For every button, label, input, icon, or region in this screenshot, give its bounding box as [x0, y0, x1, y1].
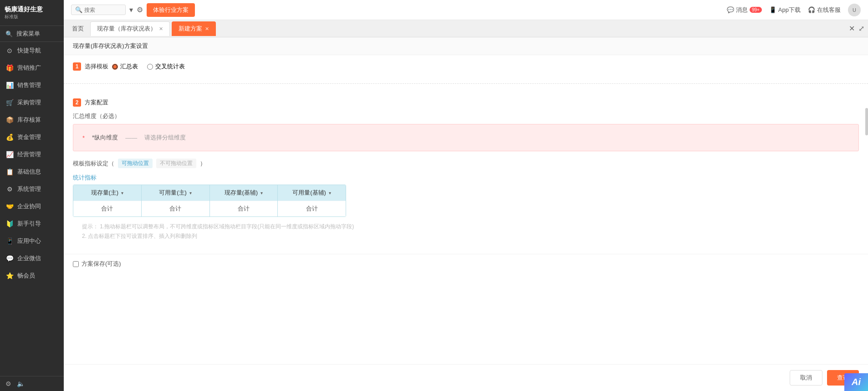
scrollbar-thumb[interactable] [865, 108, 868, 135]
tab-inventory-status[interactable]: 现存量（库存状况表） ✕ [90, 21, 170, 36]
sales-icon: 📊 [5, 82, 14, 89]
sidebar-item-label: 营销推广 [17, 64, 41, 72]
col3-chevron-icon[interactable]: ▾ [260, 190, 263, 196]
sidebar-item-enterprise[interactable]: 🤝 企业协同 [0, 198, 64, 215]
gear-icon[interactable]: ▾ [129, 5, 133, 14]
sidebar-item-label: 快捷导航 [17, 46, 41, 55]
template-options: 汇总表 交叉统计表 [112, 62, 185, 71]
message-badge: 99+ [750, 7, 762, 13]
template-summary-radio[interactable] [112, 64, 118, 70]
hint-1: 提示： 1.拖动标题栏可以调整布局，不可跨维度或指标区域拖动栏目字段(只能在同一… [82, 223, 850, 231]
dimension-section-label: 汇总维度（必选） [73, 112, 859, 120]
finance-icon: 💰 [5, 134, 14, 141]
sidebar-item-label: 库存核算 [17, 116, 41, 124]
tab-new-plan-close-icon[interactable]: ✕ [205, 26, 209, 32]
online-service-button[interactable]: 🎧 在线客服 [808, 6, 841, 14]
sidebar-item-label: 经营管理 [17, 150, 41, 159]
sidebar-item-marketing[interactable]: 🎁 营销推广 [0, 59, 64, 77]
save-option-label: 方案保存(可选) [82, 260, 121, 268]
col4-header-label: 可用量(基辅) [292, 189, 326, 197]
app-download-button[interactable]: 📱 App下载 [769, 6, 801, 14]
message-button[interactable]: 💬 消息 99+ [727, 6, 762, 14]
tab-inventory-close-icon[interactable]: ✕ [159, 26, 163, 32]
sidebar-item-purchase[interactable]: 🛒 采购管理 [0, 94, 64, 111]
col2-header-label: 可用量(主) [159, 189, 187, 197]
sidebar-item-basic-info[interactable]: 📋 基础信息 [0, 163, 64, 180]
sidebar-item-business[interactable]: 📈 经营管理 [0, 146, 64, 163]
col1-chevron-icon[interactable]: ▾ [121, 190, 123, 196]
topbar-search-box[interactable]: 🔍 [71, 5, 126, 15]
page-title: 现存量(库存状况表)方案设置 [64, 37, 868, 55]
settings-gear-icon[interactable]: ⚙ [137, 5, 143, 14]
stat-header-cell-3[interactable]: 现存量(基辅) ▾ [210, 185, 278, 201]
col3-header-label: 现存量(基辅) [225, 189, 258, 197]
content-inner: 现存量(库存状况表)方案设置 1 选择模板 汇总表 交叉统计表 [64, 37, 868, 391]
search-icon: 🔍 [5, 31, 13, 37]
indicators-config-label: 模板指标设定（ [73, 159, 114, 168]
enterprise-icon: 🤝 [5, 203, 14, 210]
sidebar-item-system[interactable]: ⚙ 系统管理 [0, 180, 64, 198]
close-panel-icon[interactable]: ✕ [849, 24, 855, 33]
content-area: 现存量(库存状况表)方案设置 1 选择模板 汇总表 交叉统计表 [64, 37, 868, 391]
member-icon: ⭐ [5, 272, 14, 279]
ai-badge[interactable]: Ai [844, 373, 868, 391]
section2-header: 2 方案配置 [73, 98, 859, 107]
section1-header: 1 选择模板 汇总表 交叉统计表 [73, 62, 859, 71]
stat-body-cell-3: 合计 [210, 201, 278, 216]
immovable-chip: 不可拖动位置 [156, 159, 196, 168]
sidebar-item-member[interactable]: ⭐ 畅会员 [0, 267, 64, 284]
app-download-label: App下载 [778, 6, 801, 14]
stat-header-cell-4[interactable]: 可用量(基辅) ▾ [278, 185, 346, 201]
sidebar-item-label: 资金管理 [17, 133, 41, 141]
sidebar-item-wechat[interactable]: 💬 企业微信 [0, 250, 64, 267]
indicators-config-close: ） [200, 159, 206, 168]
guide-icon: 🔰 [5, 220, 14, 227]
template-cross-option[interactable]: 交叉统计表 [147, 62, 185, 71]
sidebar-item-guide[interactable]: 🔰 新手引导 [0, 215, 64, 232]
stat-col-4: 可用量(基辅) ▾ [278, 185, 346, 201]
sidebar-item-app-center[interactable]: 📱 应用中心 [0, 232, 64, 250]
template-cross-radio[interactable] [147, 64, 153, 70]
search-input[interactable] [84, 7, 121, 13]
section2-number: 2 [73, 98, 81, 107]
stat-body-cell-4: 合计 [278, 201, 346, 216]
col2-chevron-icon[interactable]: ▾ [189, 190, 192, 196]
col4-chevron-icon[interactable]: ▾ [329, 190, 331, 196]
topbar: 🔍 ▾ ⚙ 体验行业方案 💬 消息 99+ 📱 App下载 🎧 在线客服 U [64, 0, 868, 20]
sidebar-item-finance[interactable]: 💰 资金管理 [0, 129, 64, 146]
settings-icon[interactable]: ⚙ [5, 380, 11, 387]
stat-body-col-2: 合计 [142, 201, 210, 216]
movable-chip: 可拖动位置 [118, 159, 153, 168]
stat-body-cell-1: 合计 [73, 201, 141, 216]
tab-new-plan[interactable]: 新建方案 ✕ [172, 21, 216, 36]
stat-body-cell-2: 合计 [142, 201, 209, 216]
user-avatar[interactable]: U [848, 4, 861, 16]
sidebar-item-sales[interactable]: 📊 销售管理 [0, 77, 64, 94]
template-summary-option[interactable]: 汇总表 [112, 62, 138, 71]
sidebar-item-label: 系统管理 [17, 185, 41, 193]
sidebar-item-label: 销售管理 [17, 81, 41, 89]
stat-col-2: 可用量(主) ▾ [142, 185, 210, 201]
cancel-button[interactable]: 取消 [790, 370, 822, 386]
purchase-icon: 🛒 [5, 99, 14, 106]
speaker-icon[interactable]: 🔈 [17, 380, 25, 387]
tab-home[interactable]: 首页 [67, 21, 88, 36]
expand-panel-icon[interactable]: ⤢ [858, 24, 864, 33]
sidebar-item-label: 畅会员 [17, 272, 35, 280]
search-icon: 🔍 [75, 6, 82, 13]
trial-button[interactable]: 体验行业方案 [147, 3, 195, 17]
main-area: 🔍 ▾ ⚙ 体验行业方案 💬 消息 99+ 📱 App下载 🎧 在线客服 U [64, 0, 868, 391]
sidebar-item-inventory[interactable]: 📦 库存核算 [0, 111, 64, 129]
app-logo: 畅康通好生意 标准版 [0, 0, 64, 26]
sidebar-item-quick-nav[interactable]: ⊙ 快捷导航 [0, 42, 64, 59]
save-checkbox[interactable] [73, 261, 79, 267]
stat-header-cell-2[interactable]: 可用量(主) ▾ [142, 185, 209, 201]
avatar-text: U [853, 7, 856, 13]
business-icon: 📈 [5, 151, 14, 158]
section1-title: 选择模板 [85, 62, 108, 71]
online-service-label: 在线客服 [817, 6, 841, 14]
save-option: 方案保存(可选) [64, 254, 868, 273]
sidebar-search[interactable]: 🔍 搜索菜单 [0, 26, 64, 42]
template-summary-label: 汇总表 [120, 62, 138, 71]
stat-header-cell-1[interactable]: 现存量(主) ▾ [73, 185, 141, 201]
